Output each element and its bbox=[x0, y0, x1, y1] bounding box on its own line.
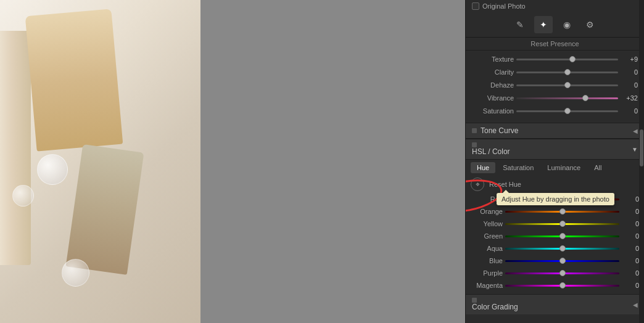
preview-panel bbox=[200, 0, 465, 323]
hsl-sliders: Red 0 Orange 0 Yellow bbox=[466, 193, 644, 294]
reset-presence-label[interactable]: Reset Presence bbox=[466, 38, 644, 51]
saturation-value: 0 bbox=[621, 107, 638, 115]
blue-value: 0 bbox=[622, 257, 639, 264]
right-panel: Original Photo ✎ ✦ ◉ ⚙ Reset Presence Te… bbox=[465, 0, 644, 323]
purple-label: Purple bbox=[471, 269, 503, 277]
vibrance-label: Vibrance bbox=[472, 94, 514, 102]
dehaze-label: Dehaze bbox=[472, 81, 514, 89]
magenta-value: 0 bbox=[622, 282, 639, 289]
toolbar: ✎ ✦ ◉ ⚙ bbox=[466, 12, 644, 38]
yellow-value: 0 bbox=[622, 220, 639, 227]
reset-hue-button[interactable]: Reset Hue bbox=[487, 179, 524, 189]
scrollbar-thumb[interactable] bbox=[640, 129, 643, 166]
gear-icon[interactable]: ⚙ bbox=[581, 16, 600, 33]
dehaze-value: 0 bbox=[621, 81, 638, 89]
color-grading-title: Color Grading bbox=[472, 303, 518, 311]
dehaze-slider[interactable] bbox=[516, 80, 618, 90]
tone-curve-section[interactable]: Tone Curve ◀ bbox=[466, 123, 644, 139]
texture-row: Texture +9 bbox=[472, 54, 638, 64]
blue-hue-row: Blue 0 bbox=[471, 256, 639, 266]
tab-hue[interactable]: Hue bbox=[471, 162, 495, 173]
scrollbar[interactable] bbox=[639, 0, 644, 323]
original-photo-checkbox[interactable] bbox=[472, 2, 479, 10]
tone-curve-dot bbox=[472, 128, 477, 133]
target-hue-icon[interactable]: ⌖ bbox=[471, 178, 484, 191]
dehaze-row: Dehaze 0 bbox=[472, 80, 638, 90]
clarity-label: Clarity bbox=[472, 68, 514, 76]
green-slider[interactable] bbox=[505, 231, 619, 241]
tone-curve-arrow: ◀ bbox=[633, 128, 638, 134]
orange-value: 0 bbox=[622, 208, 639, 215]
hsl-title: HSL / Color bbox=[472, 147, 510, 156]
tab-all[interactable]: All bbox=[588, 162, 608, 173]
magenta-slider[interactable] bbox=[505, 280, 619, 290]
heal-icon[interactable]: ✦ bbox=[534, 16, 553, 33]
panel-content: Reset Presence Texture +9 Clarity bbox=[466, 38, 644, 323]
saturation-slider[interactable] bbox=[516, 106, 618, 116]
aqua-label: Aqua bbox=[471, 245, 503, 252]
aqua-value: 0 bbox=[622, 245, 639, 252]
presence-sliders: Texture +9 Clarity 0 bbox=[466, 51, 644, 123]
texture-label: Texture bbox=[472, 55, 514, 63]
magenta-hue-row: Magenta 0 bbox=[471, 280, 639, 290]
hsl-arrow: ▼ bbox=[632, 146, 638, 153]
original-photo-row: Original Photo bbox=[466, 0, 644, 12]
aqua-slider[interactable] bbox=[505, 243, 619, 253]
blue-slider[interactable] bbox=[505, 256, 619, 266]
purple-slider[interactable] bbox=[505, 268, 619, 278]
purple-value: 0 bbox=[622, 269, 639, 277]
yellow-hue-row: Yellow 0 bbox=[471, 219, 639, 229]
hsl-section-header[interactable]: HSL / Color ▼ bbox=[466, 139, 644, 160]
aqua-hue-row: Aqua 0 bbox=[471, 243, 639, 253]
saturation-row: Saturation 0 bbox=[472, 106, 638, 116]
clarity-value: 0 bbox=[621, 68, 638, 76]
color-grading-section[interactable]: Color Grading ◀ bbox=[466, 294, 644, 314]
yellow-slider[interactable] bbox=[505, 219, 619, 229]
saturation-label: Saturation bbox=[472, 107, 514, 115]
tab-luminance[interactable]: Luminance bbox=[541, 162, 587, 173]
orange-label: Orange bbox=[471, 208, 503, 215]
clarity-slider[interactable] bbox=[516, 67, 618, 77]
hue-tooltip: Adjust Hue by dragging in the photo bbox=[497, 193, 614, 205]
texture-slider[interactable] bbox=[516, 54, 618, 64]
hsl-dot bbox=[472, 142, 477, 147]
vibrance-slider[interactable] bbox=[516, 93, 618, 103]
color-grading-arrow: ◀ bbox=[633, 301, 638, 308]
green-value: 0 bbox=[622, 232, 639, 240]
tab-saturation[interactable]: Saturation bbox=[497, 162, 540, 173]
original-photo-label: Original Photo bbox=[482, 2, 526, 10]
orange-slider[interactable] bbox=[505, 206, 619, 216]
orange-hue-row: Orange 0 bbox=[471, 206, 639, 216]
texture-value: +9 bbox=[621, 55, 638, 63]
crop-icon[interactable]: ✎ bbox=[511, 16, 529, 33]
green-hue-row: Green 0 bbox=[471, 231, 639, 241]
eye-icon[interactable]: ◉ bbox=[558, 16, 576, 33]
photo-panel bbox=[0, 0, 200, 323]
red-value: 0 bbox=[622, 195, 639, 203]
magenta-label: Magenta bbox=[471, 282, 503, 289]
blue-label: Blue bbox=[471, 257, 503, 264]
vibrance-row: Vibrance +32 bbox=[472, 93, 638, 103]
hsl-controls-row: ⌖ Reset Hue Adjust Hue by dragging in th… bbox=[466, 176, 644, 193]
vibrance-value: +32 bbox=[621, 94, 638, 102]
hsl-tabs: Hue Saturation Luminance All bbox=[466, 160, 644, 176]
tone-curve-title: Tone Curve bbox=[481, 126, 518, 135]
color-grading-dot bbox=[472, 298, 477, 303]
purple-hue-row: Purple 0 bbox=[471, 268, 639, 278]
clarity-row: Clarity 0 bbox=[472, 67, 638, 77]
green-label: Green bbox=[471, 232, 503, 240]
yellow-label: Yellow bbox=[471, 220, 503, 227]
